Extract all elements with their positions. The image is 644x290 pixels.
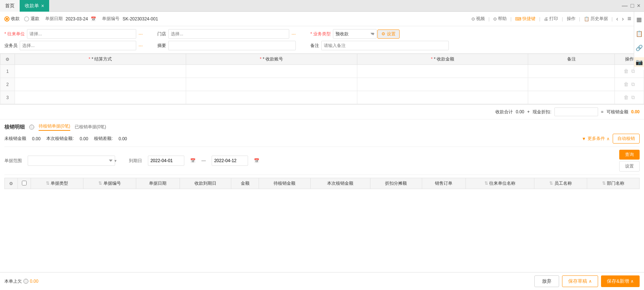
- sidebar-table-icon[interactable]: ▦: [635, 15, 643, 24]
- refund-radio[interactable]: 退款: [24, 16, 39, 22]
- summary-input[interactable]: [168, 41, 296, 50]
- action-header-label: 操作: [625, 56, 634, 62]
- more-conditions-btn[interactable]: ▼ 更多条件 ∧: [582, 136, 610, 142]
- verify-title: 核销明细: [4, 124, 25, 130]
- tab-receipt[interactable]: 收款单 ×: [20, 0, 49, 12]
- note-input[interactable]: [321, 41, 449, 50]
- row-3-settlement[interactable]: [15, 91, 186, 104]
- tab-home[interactable]: 首页: [0, 0, 20, 12]
- history-btn[interactable]: 📋 历史单据: [584, 16, 608, 22]
- shop-more-btn[interactable]: ···: [291, 31, 296, 37]
- verify-table-gear-icon[interactable]: ⚙: [9, 181, 13, 186]
- staff-input[interactable]: [20, 41, 136, 50]
- next-label: 本单上欠: [4, 278, 22, 285]
- history-label: 历史单据: [590, 16, 608, 22]
- doc-date-calendar-icon[interactable]: 📅: [91, 16, 96, 21]
- row-3-amount[interactable]: [357, 91, 528, 104]
- row-3-account[interactable]: [186, 91, 357, 104]
- verify-stats-left: 未核销金额 0.00 本次核销金额: 0.00 核销差额: 0.00: [4, 136, 127, 142]
- vcol-pending-header: 待核销金额: [259, 178, 310, 189]
- divider-6: |: [612, 16, 613, 21]
- calendar-from-icon[interactable]: 📅: [190, 158, 196, 163]
- help-icon: ⊙: [493, 16, 497, 21]
- close-window-icon[interactable]: ×: [637, 3, 640, 9]
- table-gear-icon[interactable]: ⚙: [5, 57, 9, 62]
- diff-value: 0.00: [118, 136, 127, 141]
- row-2-amount[interactable]: [357, 78, 528, 91]
- filter-settings-button[interactable]: 设置: [619, 161, 640, 172]
- row-3-note[interactable]: [528, 91, 615, 104]
- partner-header-label: 往来单位名称: [489, 181, 515, 186]
- verify-table-container: ⚙ ⇅ 单据类型 ⇅ 单据编号: [4, 178, 640, 189]
- bottom-actions: 放弃 保存草稿 ∧ 保存&新增 ∧: [534, 275, 640, 287]
- date-from-input[interactable]: [148, 156, 184, 166]
- sidebar-link-icon[interactable]: 🔗: [634, 43, 644, 53]
- row-1-settlement[interactable]: [15, 65, 186, 78]
- row-1-amount[interactable]: [357, 65, 528, 78]
- form-row-2: 业务员 ··· 摘要 备注: [4, 41, 640, 50]
- row-1-note[interactable]: [528, 65, 615, 78]
- done-tab[interactable]: 已核销单据(0笔): [75, 124, 106, 130]
- print-btn[interactable]: 🖨 打印: [544, 16, 558, 22]
- help-btn[interactable]: ⊙ 帮助: [493, 16, 507, 22]
- current-verify-label: 本次核销金额:: [46, 136, 74, 142]
- sidebar-book-icon[interactable]: 📋: [634, 29, 644, 39]
- shortcut-btn[interactable]: ⌨ 快捷键: [515, 16, 535, 22]
- partner-input[interactable]: [27, 29, 136, 39]
- video-btn[interactable]: ⊙ 视频: [471, 16, 485, 22]
- row-3-copy-icon[interactable]: ⧉: [631, 94, 635, 100]
- next-info-icon[interactable]: ⓘ: [23, 279, 28, 284]
- operation-btn[interactable]: 操作: [567, 16, 576, 22]
- minimize-icon[interactable]: —: [622, 3, 628, 9]
- row-1-account[interactable]: [186, 65, 357, 78]
- menu-icon[interactable]: ≡: [627, 15, 631, 23]
- discard-button[interactable]: 放弃: [534, 275, 559, 287]
- auto-verify-btn[interactable]: 自动核销: [613, 134, 640, 144]
- row-1-num: 1: [0, 65, 15, 78]
- receipt-radio[interactable]: 收款: [4, 16, 20, 22]
- vcol-no-header: ⇅ 单据编号: [83, 178, 136, 189]
- sort-icon-3: ⇅: [484, 181, 488, 186]
- receipt-table-section: ⚙ * * 结算方式 * * 收款账号 * * 收款金额: [0, 54, 644, 105]
- nav-right-icon[interactable]: ›: [622, 16, 624, 22]
- partner-group: * 往来单位 ···: [4, 29, 143, 39]
- type-header-label: 单据类型: [51, 181, 68, 186]
- row-2-actions: 🗑 ⧉: [615, 78, 644, 91]
- settings-button[interactable]: ⚙ 设置: [377, 30, 400, 39]
- date-to-input[interactable]: [212, 156, 248, 166]
- row-2-delete-icon[interactable]: 🗑: [624, 81, 629, 87]
- video-label: 视频: [476, 16, 485, 22]
- row-2-note[interactable]: [528, 78, 615, 91]
- cash-discount-input[interactable]: [554, 107, 598, 116]
- save-new-button[interactable]: 保存&新增 ∧: [601, 275, 640, 287]
- draft-button[interactable]: 保存草稿 ∧: [562, 275, 598, 287]
- select-all-checkbox[interactable]: [22, 181, 27, 185]
- shortcut-icon: ⌨: [515, 16, 521, 21]
- vcol-check: [18, 178, 31, 189]
- calendar-to-icon[interactable]: 📅: [254, 158, 259, 163]
- row-2-account[interactable]: [186, 78, 357, 91]
- row-3-delete-icon[interactable]: 🗑: [624, 94, 629, 100]
- row-2-settlement[interactable]: [15, 78, 186, 91]
- shop-input[interactable]: [168, 29, 289, 39]
- query-button[interactable]: 查询: [619, 150, 640, 160]
- row-2-copy-icon[interactable]: ⧉: [631, 81, 635, 87]
- next-info: 本单上欠 ⓘ 0.00: [4, 278, 38, 285]
- row-1-delete-icon[interactable]: 🗑: [624, 68, 629, 74]
- partner-more-btn[interactable]: ···: [138, 31, 143, 37]
- toolbar-actions: ⊙ 视频 | ⊙ 帮助 | ⌨ 快捷键 | 🖨 打印 | 操作 |: [471, 15, 640, 23]
- pending-tab[interactable]: 待核销单据(0笔): [39, 123, 70, 131]
- tab-close-icon[interactable]: ×: [41, 3, 44, 9]
- doc-date-group: 单据日期 2023-03-24 📅: [45, 16, 96, 22]
- business-type-select[interactable]: 预收款: [333, 29, 377, 39]
- sidebar-screenshot-icon[interactable]: 📷: [634, 57, 644, 67]
- range-select[interactable]: [28, 156, 115, 166]
- more-conditions-label: 更多条件: [588, 136, 605, 142]
- verify-table: ⚙ ⇅ 单据类型 ⇅ 单据编号: [4, 178, 640, 189]
- vcol-current-header: 本次核销金额: [310, 178, 370, 189]
- nav-left-icon[interactable]: ‹: [616, 16, 618, 22]
- verify-info-icon[interactable]: ⓘ: [29, 125, 34, 130]
- maximize-icon[interactable]: □: [631, 3, 634, 9]
- staff-group: 业务员 ···: [4, 41, 143, 50]
- staff-more-btn[interactable]: ···: [138, 43, 143, 48]
